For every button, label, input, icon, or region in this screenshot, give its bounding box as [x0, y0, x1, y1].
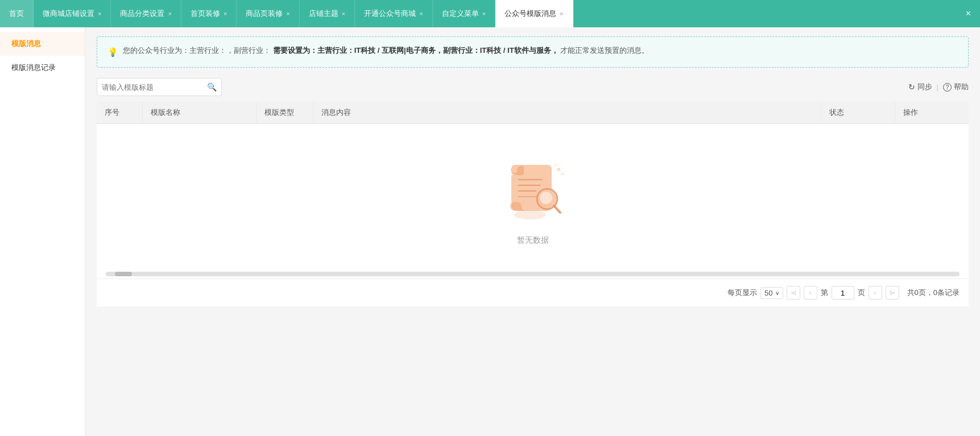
- page-size-value: 50: [764, 289, 772, 297]
- nav-label-shop-theme: 店铺主题: [309, 9, 338, 19]
- nav-label-custom-menu: 自定义菜单: [442, 9, 479, 19]
- notice-prefix: 您的公众号行业为：主营行业：，副营行业：: [123, 46, 271, 55]
- svg-line-7: [554, 206, 560, 213]
- page-label-after: 页: [858, 288, 865, 298]
- page-size-select[interactable]: 50 ∨: [760, 287, 783, 299]
- search-box[interactable]: 🔍: [97, 78, 222, 96]
- svg-point-9: [561, 173, 564, 175]
- nav-item-template-msg[interactable]: 公众号模版消息 ×: [495, 0, 573, 27]
- search-icon[interactable]: 🔍: [207, 82, 217, 92]
- table-header: 序号 模版名称 模版类型 消息内容 状态: [97, 102, 969, 124]
- nav-item-home[interactable]: 首页: [0, 0, 34, 27]
- sidebar-item-template-msg-record[interactable]: 模版消息记录: [0, 56, 85, 80]
- sidebar-label-template-msg-record: 模版消息记录: [11, 63, 56, 72]
- col-header-type: 模版类型: [256, 102, 313, 124]
- nav-item-product-design[interactable]: 商品页装修 ×: [237, 0, 299, 27]
- scrollbar-container: [97, 268, 969, 279]
- prev-page-button[interactable]: ‹: [804, 286, 817, 300]
- search-input[interactable]: [102, 83, 207, 92]
- toolbar-right: ↻ 同步 | ? 帮助: [908, 82, 969, 92]
- sidebar-item-template-msg[interactable]: 模版消息: [0, 32, 85, 56]
- sidebar: 模版消息 模版消息记录: [0, 27, 85, 436]
- nav-label-home: 首页: [9, 9, 24, 19]
- nav-label-product-design: 商品页装修: [246, 9, 283, 19]
- nav-label-open-mall: 开通公众号商城: [364, 9, 416, 19]
- sidebar-label-template-msg: 模版消息: [11, 39, 41, 48]
- empty-state-row: 暂无数据: [97, 124, 969, 269]
- pagination-bar: 每页显示 50 ∨ ⊲ ‹ 第 页 › ⊳ 共0页，0条记录: [97, 279, 969, 306]
- notice-suffix: 才能正常发送预置的消息。: [560, 46, 649, 55]
- nav-label-product-category: 商品分类设置: [120, 9, 164, 19]
- notice-text: 您的公众号行业为：主营行业：，副营行业： 需要设置为：主营行业：IT科技 / 互…: [123, 45, 649, 57]
- svg-point-0: [514, 210, 546, 219]
- empty-state: 暂无数据: [97, 124, 969, 268]
- help-button[interactable]: ? 帮助: [943, 82, 969, 92]
- horizontal-scrollbar[interactable]: [106, 272, 960, 276]
- close-wshop-settings[interactable]: ×: [98, 10, 101, 17]
- nav-item-wshop-settings[interactable]: 微商城店铺设置 ×: [34, 0, 111, 27]
- nav-item-homepage-design[interactable]: 首页装修 ×: [181, 0, 237, 27]
- nav-label-wshop-settings: 微商城店铺设置: [43, 9, 94, 19]
- toolbar-divider: |: [937, 83, 938, 92]
- notice-icon: 💡: [107, 45, 118, 59]
- col-header-content: 消息内容: [313, 102, 821, 124]
- col-header-name: 模版名称: [142, 102, 256, 124]
- help-label: 帮助: [954, 82, 969, 92]
- first-page-button[interactable]: ⊲: [787, 286, 800, 300]
- nav-item-shop-theme[interactable]: 店铺主题 ×: [300, 0, 355, 27]
- content-area: 💡 您的公众号行业为：主营行业：，副营行业： 需要设置为：主营行业：IT科技 /…: [85, 27, 980, 436]
- data-table: 序号 模版名称 模版类型 消息内容 状态: [97, 102, 969, 268]
- notice-box: 💡 您的公众号行业为：主营行业：，副营行业： 需要设置为：主营行业：IT科技 /…: [97, 36, 969, 68]
- close-homepage-design[interactable]: ×: [224, 10, 227, 17]
- svg-point-8: [557, 168, 560, 171]
- close-product-category[interactable]: ×: [168, 10, 171, 17]
- page-label-before: 第: [821, 288, 828, 298]
- toolbar: 🔍 ↻ 同步 | ? 帮助: [97, 78, 969, 96]
- nav-item-custom-menu[interactable]: 自定义菜单 ×: [433, 0, 495, 27]
- close-custom-menu[interactable]: ×: [482, 10, 486, 17]
- empty-state-cell: 暂无数据: [97, 124, 969, 269]
- nav-label-template-msg: 公众号模版消息: [505, 9, 556, 19]
- sync-icon: ↻: [908, 82, 915, 92]
- close-product-design[interactable]: ×: [286, 10, 290, 17]
- col-header-status: 状态: [821, 102, 895, 124]
- table-wrapper: 序号 模版名称 模版类型 消息内容 状态: [97, 102, 969, 306]
- page-size-chevron-icon: ∨: [775, 290, 779, 296]
- last-page-button[interactable]: ⊳: [886, 286, 899, 300]
- nav-item-open-mall[interactable]: 开通公众号商城 ×: [355, 0, 432, 27]
- svg-point-6: [540, 192, 552, 204]
- close-template-msg[interactable]: ×: [560, 10, 563, 17]
- empty-text: 暂无数据: [97, 235, 969, 246]
- empty-icon: [499, 158, 567, 226]
- close-open-mall[interactable]: ×: [419, 10, 423, 17]
- sync-button[interactable]: ↻ 同步: [908, 82, 932, 92]
- col-header-index: 序号: [97, 102, 142, 124]
- col-header-actions: 操作: [895, 102, 969, 124]
- close-shop-theme[interactable]: ×: [342, 10, 345, 17]
- next-page-button[interactable]: ›: [869, 286, 882, 300]
- top-nav: 首页 微商城店铺设置 × 商品分类设置 × 首页装修 × 商品页装修 × 店铺主…: [0, 0, 980, 27]
- scrollbar-thumb[interactable]: [115, 272, 132, 276]
- table-body: 暂无数据: [97, 124, 969, 269]
- notice-highlight: 需要设置为：主营行业：IT科技 / 互联网|电子商务，副营行业：IT科技 / I…: [273, 46, 559, 55]
- svg-point-10: [555, 164, 557, 167]
- table-header-row: 序号 模版名称 模版类型 消息内容 状态: [97, 102, 969, 124]
- sync-label: 同步: [917, 82, 932, 92]
- nav-item-product-category[interactable]: 商品分类设置 ×: [111, 0, 181, 27]
- help-icon: ?: [943, 83, 952, 92]
- nav-label-homepage-design: 首页装修: [191, 9, 220, 19]
- total-record-label: 共0页，0条记录: [907, 288, 960, 298]
- close-all-tabs-button[interactable]: ×: [957, 9, 980, 19]
- page-size-label: 每页显示: [727, 288, 757, 298]
- current-page-input[interactable]: [832, 286, 854, 300]
- main-layout: 模版消息 模版消息记录 💡 您的公众号行业为：主营行业：，副营行业： 需要设置为…: [0, 27, 980, 436]
